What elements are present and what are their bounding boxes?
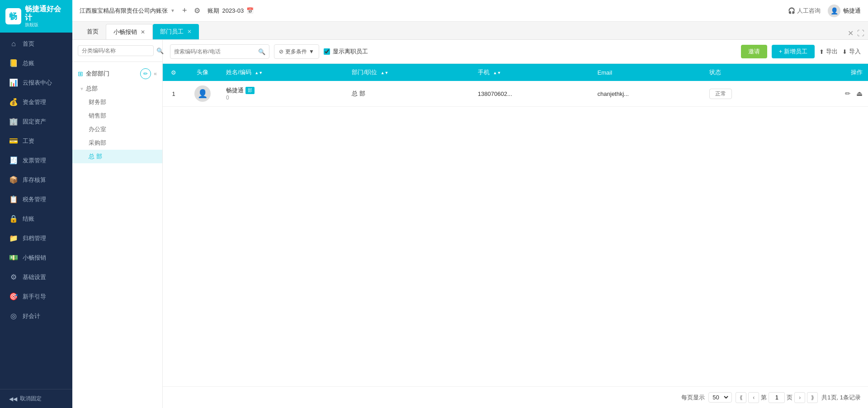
sidebar-item-guide[interactable]: 🎯 新手引导 (0, 287, 72, 306)
sidebar-item-closing[interactable]: 🔒 结账 (0, 209, 72, 228)
dept-group-root: ▼ 总部 财务部 销售部 办公室 采购部 (72, 82, 162, 163)
xiaochang-icon: 💵 (9, 253, 18, 262)
sidebar-item-more[interactable]: ◎ 好会计 (0, 306, 72, 326)
service-button[interactable]: 🎧 人工咨询 (788, 7, 821, 15)
page-first-button[interactable]: ⟪ (736, 392, 746, 403)
sidebar-item-funds[interactable]: 💰 资金管理 (0, 92, 72, 112)
employee-search-input[interactable] (174, 48, 255, 55)
sidebar-item-reports[interactable]: 📊 云报表中心 (0, 73, 72, 92)
headset-icon: 🎧 (788, 7, 795, 14)
tab-employees-close[interactable]: ✕ (187, 28, 192, 35)
dept-item-finance[interactable]: 财务部 (72, 95, 162, 109)
invoice-icon: 🧾 (9, 156, 18, 165)
search-icon: 🔍 (258, 48, 265, 55)
table-row: 1 👤 畅捷通 部 0 总 部 (163, 81, 868, 107)
page-size-dropdown[interactable]: 50 100 (711, 394, 730, 401)
company-dropdown-icon: ▼ (170, 8, 175, 13)
sidebar-item-archive[interactable]: 📁 归档管理 (0, 228, 72, 248)
col-dept[interactable]: 部门/职位 ▲▼ (346, 64, 472, 81)
name-tag: 畅捷通 部 (226, 86, 255, 95)
toolbar-right-actions: 邀请 + 新增员工 ⬆ 导出 ⬇ 导入 (741, 45, 861, 58)
dept-item-sales[interactable]: 销售部 (72, 109, 162, 123)
topbar-right: 🎧 人工咨询 👤 畅捷通 (788, 5, 861, 17)
employee-search-bar[interactable]: 🔍 (170, 44, 269, 59)
sidebar-item-invoice[interactable]: 🧾 发票管理 (0, 151, 72, 170)
close-tab-button[interactable]: ✕ (848, 29, 854, 38)
row-phone: 138070602... (472, 81, 592, 107)
dept-search-input[interactable] (78, 45, 154, 56)
export-icon: ⬆ (819, 48, 824, 55)
add-employee-button[interactable]: + 新增员工 (772, 45, 815, 58)
add-account-button[interactable]: + (182, 6, 187, 15)
dept-header-left: ⊞ 全部部门 (78, 70, 109, 78)
sort-dept-icon: ▲▼ (381, 71, 389, 75)
row-name: 畅捷通 部 0 (221, 81, 346, 107)
resigned-checkbox-input[interactable] (324, 48, 330, 55)
logout-icon[interactable]: ⏏ (856, 90, 863, 98)
company-selector[interactable]: 江西服宝精品有限责任公司内账张 ▼ (80, 7, 175, 15)
page-last-button[interactable]: ⟫ (807, 392, 818, 403)
sidebar-item-salary[interactable]: 💳 工资 (0, 131, 72, 151)
col-phone[interactable]: 手机 ▲▼ (472, 64, 592, 81)
row-code: 0 (226, 95, 341, 101)
dept-item-office[interactable]: 办公室 (72, 123, 162, 136)
dept-item-general[interactable]: 总 部 (72, 150, 162, 163)
tax-icon: 📋 (9, 195, 18, 204)
content-area: 🔍 ⊞ 全部部门 ✏ « ▼ 总部 (72, 40, 868, 408)
page-number-input[interactable] (769, 392, 785, 403)
guide-icon: 🎯 (9, 292, 18, 301)
tab-home[interactable]: 首页 (80, 24, 106, 39)
sidebar-item-xiaochang[interactable]: 💵 小畅报销 (0, 248, 72, 267)
sidebar-nav: ⌂ 首页 📒 总账 📊 云报表中心 💰 资金管理 🏢 固定资产 💳 工资 🧾 发… (0, 33, 72, 389)
page-navigation: ⟪ ‹ 第 页 › ⟫ (736, 392, 818, 403)
page-prev-button[interactable]: ‹ (748, 392, 759, 403)
dept-tree: ⊞ 全部部门 ✏ « ▼ 总部 财务部 (72, 62, 162, 408)
closing-icon: 🔒 (9, 214, 18, 223)
dept-header[interactable]: ⊞ 全部部门 ✏ « (72, 66, 162, 82)
company-name: 江西服宝精品有限责任公司内账张 (80, 7, 168, 15)
col-settings[interactable]: ⚙ (163, 64, 184, 81)
tab-bar: 首页 小畅报销 ✕ 部门员工 ✕ ✕ ⛶ (72, 22, 868, 40)
filter-button[interactable]: ⊘ 更多条件 ▼ (274, 44, 319, 59)
dept-item-purchase[interactable]: 采购部 (72, 136, 162, 150)
sidebar-item-inventory[interactable]: 📦 库存核算 (0, 170, 72, 190)
tab-employees[interactable]: 部门员工 ✕ (153, 24, 199, 39)
sidebar-item-settings[interactable]: ⚙ 基础设置 (0, 267, 72, 287)
col-name[interactable]: 姓名/编码 ▲▼ (221, 64, 346, 81)
cancel-pin-button[interactable]: ◀◀ 取消固定 (9, 395, 63, 403)
logo: 畅 畅捷通好会计 旗舰版 (0, 0, 72, 33)
reports-icon: 📊 (9, 78, 18, 87)
employee-toolbar: 🔍 ⊘ 更多条件 ▼ 显示离职员工 邀请 + 新增员工 ⬆ 导出 (163, 40, 868, 64)
dept-edit-button[interactable]: ✏ (140, 68, 151, 79)
edit-icon[interactable]: ✏ (845, 90, 851, 98)
maximize-tab-button[interactable]: ⛶ (857, 29, 864, 38)
settings-nav-icon: ⚙ (9, 273, 18, 281)
row-dept: 总 部 (346, 81, 472, 107)
department-panel: 🔍 ⊞ 全部部门 ✏ « ▼ 总部 (72, 40, 163, 408)
action-icons: ✏ ⏏ (798, 90, 863, 98)
import-button[interactable]: ⬇ 导入 (842, 47, 861, 56)
show-resigned-checkbox[interactable]: 显示离职员工 (324, 47, 368, 56)
period-selector[interactable]: 账期 2023-03 📅 (208, 7, 254, 15)
invite-button[interactable]: 邀请 (741, 45, 767, 58)
ledger-icon: 📒 (9, 59, 18, 67)
page-next-button[interactable]: › (794, 392, 805, 403)
sidebar-item-assets[interactable]: 🏢 固定资产 (0, 112, 72, 131)
user-menu[interactable]: 👤 畅捷通 (828, 5, 861, 17)
dept-item-root[interactable]: ▼ 总部 (72, 82, 162, 95)
more-icon: ◎ (9, 312, 18, 320)
topbar: 江西服宝精品有限责任公司内账张 ▼ + ⚙ 账期 2023-03 📅 🎧 人工咨… (72, 0, 868, 22)
col-avatar: 头像 (184, 64, 221, 81)
tab-expense[interactable]: 小畅报销 ✕ (106, 24, 153, 39)
page-size-select[interactable]: 50 100 (708, 392, 732, 403)
sidebar-item-tax[interactable]: 📋 税务管理 (0, 190, 72, 209)
tab-expense-close[interactable]: ✕ (141, 29, 145, 35)
sidebar-item-home[interactable]: ⌂ 首页 (0, 34, 72, 53)
sort-phone-icon: ▲▼ (493, 71, 501, 75)
export-button[interactable]: ⬆ 导出 (819, 47, 838, 56)
account-settings-icon[interactable]: ⚙ (194, 6, 200, 15)
row-avatar: 👤 (184, 81, 221, 107)
sidebar-item-ledger[interactable]: 📒 总账 (0, 53, 72, 73)
collapse-icon[interactable]: « (154, 71, 157, 77)
expand-icon: ▼ (80, 86, 84, 91)
